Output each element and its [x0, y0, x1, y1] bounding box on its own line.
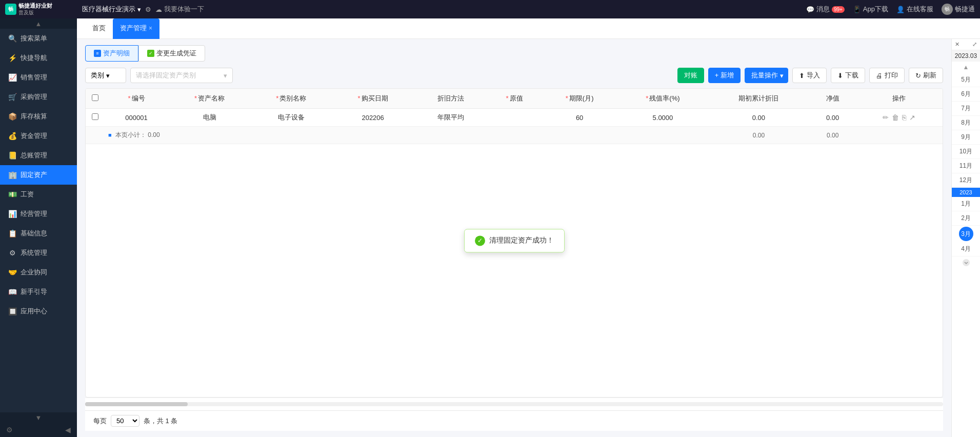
download-button[interactable]: ⬇ 下载 [831, 68, 865, 83]
sidebar-item-fixed-assets[interactable]: 🏢 固定资产 [0, 165, 77, 185]
category-dropdown[interactable]: 请选择固定资产类别 ▾ [130, 68, 233, 83]
sidebar-item-funds[interactable]: 💰 资金管理 [0, 126, 77, 146]
cal-scroll-down[interactable] [952, 256, 980, 270]
settings-bottom-icon[interactable]: ⚙ [6, 426, 13, 434]
tab-home[interactable]: 首页 [85, 18, 113, 39]
sidebar-item-label: 快捷导航 [21, 53, 47, 63]
cal-month-3-current[interactable]: 3月 [959, 227, 973, 241]
system-icon: ⚙ [8, 249, 16, 257]
tab-asset-management[interactable]: 资产管理 × [113, 18, 159, 39]
cal-month-1[interactable]: 1月 [952, 197, 980, 211]
sidebar-item-quick-nav[interactable]: ⚡ 快捷导航 [0, 48, 77, 68]
feedback-icon: ☁ [155, 6, 162, 13]
per-page-select[interactable]: 50 100 200 [111, 415, 139, 427]
sidebar-item-ledger[interactable]: 📒 总账管理 [0, 146, 77, 165]
action-icons: ✏ 🗑 ⎘ ↗ [859, 113, 938, 122]
tab-close-icon[interactable]: × [149, 25, 152, 32]
feedback-button[interactable]: ☁ 我要体验一下 [155, 5, 204, 14]
sidebar-item-search[interactable]: 🔍 搜索菜单 [0, 29, 77, 48]
expand-cal-icon[interactable]: ⤢ [972, 41, 977, 48]
settings-button[interactable]: ⚙ [145, 6, 151, 13]
import-button[interactable]: ⬆ 导入 [792, 68, 827, 83]
refresh-button[interactable]: ↻ 刷新 [909, 68, 943, 83]
cal-month-10[interactable]: 10月 [952, 145, 980, 159]
sidebar-scroll-down[interactable]: ▼ [0, 412, 77, 423]
enterprise-icon: 🤝 [8, 268, 16, 276]
sidebar-item-system[interactable]: ⚙ 系统管理 [0, 243, 77, 263]
toast-check-icon: ✓ [475, 235, 485, 246]
more-icon[interactable]: ↗ [909, 113, 915, 122]
down-arrow-icon [962, 259, 970, 267]
cal-month-2[interactable]: 2月 [952, 211, 980, 226]
cal-month-5[interactable]: 5月 [952, 73, 980, 87]
sub-tab-change-voucher[interactable]: ✓ 变更生成凭证 [138, 45, 205, 62]
sidebar-item-enterprise[interactable]: 🤝 企业协同 [0, 263, 77, 282]
col-purchase-date: *购买日期 [332, 89, 414, 109]
new-button[interactable]: + 新增 [708, 68, 741, 83]
cal-month-12[interactable]: 12月 [952, 173, 980, 188]
sub-tabs: ≡ 资产明细 ✓ 变更生成凭证 [85, 45, 943, 62]
subtotal-net: 0.00 [810, 127, 855, 144]
cal-month-4[interactable]: 4月 [952, 242, 980, 256]
cal-month-6[interactable]: 6月 [952, 87, 980, 102]
app-center-icon: 🔲 [8, 307, 16, 315]
table-row: 000001 电脑 电子设备 202206 年限平均 60 5.0000 0.0… [86, 109, 943, 127]
company-selector[interactable]: 医疗器械行业演示 ▾ [82, 5, 141, 14]
collapse-icon[interactable]: ◀ [65, 426, 71, 434]
cal-month-11[interactable]: 11月 [952, 159, 980, 173]
sidebar-item-guide[interactable]: 📖 新手引导 [0, 282, 77, 302]
change-voucher-icon: ✓ [147, 50, 154, 57]
sidebar-item-label: 总账管理 [21, 151, 47, 160]
copy-icon[interactable]: ⎘ [902, 113, 906, 122]
lightning-icon: ⚡ [8, 54, 16, 62]
sales-icon: 📈 [8, 73, 16, 82]
col-period: *期限(月) [541, 89, 618, 109]
sidebar-item-operations[interactable]: 📊 经营管理 [0, 204, 77, 224]
user-menu[interactable]: 畅 畅捷通 [942, 4, 975, 15]
fixed-assets-icon: 🏢 [8, 171, 16, 179]
cal-month-9[interactable]: 9月 [952, 130, 980, 145]
subtotal-row: ■ 本页小计： 0.00 0.00 0.00 [86, 127, 943, 144]
cell-depreciation: 年限平均 [414, 109, 488, 127]
edit-icon[interactable]: ✏ [883, 113, 889, 122]
row-checkbox[interactable] [92, 113, 98, 120]
sidebar-item-payroll[interactable]: 💵 工资 [0, 185, 77, 204]
cal-year-tag: 2023 [952, 188, 980, 197]
scrollbar-thumb[interactable] [85, 402, 188, 406]
close-cal-icon[interactable]: ✕ [955, 41, 959, 48]
category-filter[interactable]: 类别 ▾ [85, 68, 126, 83]
per-page-label: 每页 [93, 416, 107, 426]
cell-name: 电脑 [169, 109, 250, 127]
sidebar-item-inventory[interactable]: 📦 库存核算 [0, 107, 77, 126]
cal-scroll-up[interactable]: ▲ [952, 62, 980, 73]
operations-icon: 📊 [8, 210, 16, 218]
inventory-icon: 📦 [8, 112, 16, 121]
horizontal-scrollbar[interactable] [85, 398, 943, 410]
online-service-button[interactable]: 👤 在线客服 [896, 5, 933, 14]
print-button[interactable]: 🖨 打印 [869, 68, 905, 83]
col-residual-rate: *残值率(%) [618, 89, 708, 109]
cell-residual-rate: 5.0000 [618, 109, 708, 127]
sidebar-item-purchase[interactable]: 🛒 采购管理 [0, 87, 77, 107]
delete-icon[interactable]: 🗑 [892, 113, 899, 122]
sub-tab-asset-detail[interactable]: ≡ 资产明细 [85, 45, 138, 62]
col-name: *资产名称 [169, 89, 250, 109]
sidebar-item-basic-info[interactable]: 📋 基础信息 [0, 224, 77, 243]
messages-badge: 99+ [832, 6, 845, 13]
cal-month-8[interactable]: 8月 [952, 116, 980, 130]
message-icon: 💬 [806, 6, 814, 13]
batch-operations-button[interactable]: 批量操作 ▾ [745, 68, 788, 83]
app-download-button[interactable]: 📱 App下载 [853, 5, 888, 14]
sidebar-item-sales[interactable]: 📈 销售管理 [0, 68, 77, 87]
sidebar-item-app-center[interactable]: 🔲 应用中心 [0, 302, 77, 321]
download-icon: 📱 [853, 6, 861, 13]
filter-arrow-icon: ▾ [106, 72, 110, 80]
cal-month-7[interactable]: 7月 [952, 102, 980, 116]
content-area: 首页 资产管理 × ≡ 资产明细 ✓ 变更生成凭证 [77, 18, 980, 437]
messages-button[interactable]: 💬 消息 99+ [806, 5, 845, 14]
select-all-checkbox[interactable] [92, 94, 98, 101]
sidebar-scroll-up[interactable]: ▲ [0, 18, 77, 29]
dropdown-arrow-icon: ▾ [224, 72, 227, 80]
sidebar-item-label: 系统管理 [21, 248, 47, 257]
reconcile-button[interactable]: 对账 [677, 68, 704, 83]
